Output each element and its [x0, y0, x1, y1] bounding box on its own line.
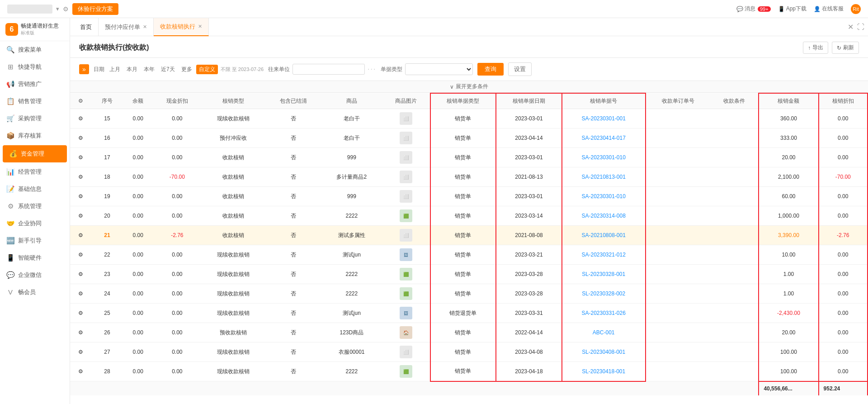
date-this-month[interactable]: 本月 — [124, 65, 140, 74]
date-more[interactable]: 更多 — [179, 65, 194, 74]
tab-home[interactable]: 首页 — [74, 18, 99, 36]
verify-bill-link[interactable]: SA-20230331-026 — [581, 310, 625, 316]
tab-close-collection[interactable]: ✕ — [198, 24, 202, 29]
row-settings[interactable]: ⚙ — [70, 284, 92, 304]
row-settings[interactable]: ⚙ — [70, 245, 92, 265]
sidebar-item-system[interactable]: ⚙系统管理 — [0, 198, 70, 215]
row-verify-bill-date: 2023-03-21 — [496, 245, 562, 265]
row-settings[interactable]: ⚙ — [70, 128, 92, 148]
verify-bill-link[interactable]: ABC-001 — [593, 329, 615, 336]
date-last7[interactable]: 近7天 — [159, 65, 177, 74]
row-settings[interactable]: ⚙ — [70, 109, 92, 128]
message-badge: 99+ — [758, 6, 771, 12]
product-img: 🟩 — [400, 287, 412, 300]
row-verify-bill-date: 2023-04-18 — [496, 362, 562, 381]
verify-bill-link[interactable]: SA-20230301-010 — [581, 193, 625, 200]
sidebar-item-basic[interactable]: 📝基础信息 — [0, 181, 70, 198]
totals-col-10 — [562, 381, 646, 395]
verify-bill-link[interactable]: SA-20210808-001 — [581, 232, 625, 238]
message-item[interactable]: 💬 消息 99+ — [736, 5, 771, 13]
counterpart-input[interactable] — [292, 64, 365, 75]
sidebar-item-purchase[interactable]: 🛒采购管理 — [0, 110, 70, 127]
row-receipt-order-no — [646, 304, 711, 323]
row-seq: 15 — [92, 109, 123, 128]
row-product-img: ⬜ — [382, 167, 430, 187]
row-settings[interactable]: ⚙ — [70, 362, 92, 381]
sidebar-item-business[interactable]: 📊经营管理 — [0, 163, 70, 181]
sidebar-item-marketing[interactable]: 📢营销推广 — [0, 76, 70, 93]
close-tab-btn[interactable]: ✕ — [848, 23, 854, 31]
row-settings[interactable]: ⚙ — [70, 148, 92, 167]
sidebar-item-sales[interactable]: 📋销售管理 — [0, 93, 70, 110]
table-container[interactable]: ⚙序号余额现金折扣核销类型包含已结清商品商品图片核销单据类型核销单据日期核销单据… — [70, 93, 868, 404]
sidebar-item-member[interactable]: V畅会员 — [0, 284, 70, 301]
row-receipt-condition — [711, 362, 759, 381]
row-receipt-order-no — [646, 342, 711, 362]
industry-btn[interactable]: 休验行业方案 — [72, 3, 118, 15]
main-layout: 6 畅捷通谱好生意 标准版 🔍搜索菜单⊞快捷导航📢营销推广📋销售管理🛒采购管理📦… — [0, 18, 868, 404]
sidebar-item-inventory[interactable]: 📦库存核算 — [0, 127, 70, 144]
sidebar-item-enterprise[interactable]: 🤝企业协同 — [0, 215, 70, 232]
row-settings[interactable]: ⚙ — [70, 265, 92, 284]
verify-bill-link[interactable]: SA-20230321-012 — [581, 252, 625, 258]
product-img: 🖼 — [400, 248, 412, 261]
verify-bill-link[interactable]: SA-20230301-010 — [581, 154, 625, 161]
sidebar-item-wechat[interactable]: 💬企业微信 — [0, 266, 70, 284]
row-cash-discount: 0.00 — [153, 323, 201, 342]
gear-icon[interactable]: ⚙ — [63, 5, 69, 13]
page-content: 收款核销执行(按收款) ↑ 导出 ↻ 刷新 » 日期 — [70, 36, 868, 404]
verify-bill-link[interactable]: SL-20230328-001 — [582, 271, 625, 277]
tab-close-prepay[interactable]: ✕ — [143, 24, 147, 30]
app-download-item[interactable]: 📱 App下载 — [778, 5, 807, 13]
query-btn[interactable]: 查询 — [477, 63, 504, 76]
verify-bill-link[interactable]: SA-20230314-008 — [581, 213, 625, 219]
app-label: App下载 — [786, 5, 807, 13]
row-settings[interactable]: ⚙ — [70, 342, 92, 362]
verify-bill-link[interactable]: SL-20230328-002 — [582, 290, 625, 297]
tab-prepay[interactable]: 预付冲应付单✕ — [99, 18, 154, 36]
verify-bill-link[interactable]: SA-20230414-017 — [581, 135, 625, 141]
date-this-year[interactable]: 本年 — [142, 65, 157, 74]
row-settings[interactable]: ⚙ — [70, 187, 92, 206]
row-product-img: ⬜ — [382, 148, 430, 167]
date-custom[interactable]: 自定义 — [196, 65, 218, 74]
online-service-item[interactable]: 👤 在线客服 — [814, 5, 844, 13]
row-verify-type: 现续收款核销 — [201, 265, 265, 284]
row-product-img: ⬜ — [382, 128, 430, 148]
user-avatar[interactable]: Rit — [851, 4, 861, 14]
date-last-month[interactable]: 上月 — [107, 65, 123, 74]
finance-icon: 💰 — [9, 150, 17, 158]
verify-bill-link[interactable]: SL-20230418-001 — [582, 368, 625, 375]
business-icon: 📊 — [6, 168, 14, 176]
row-settings[interactable]: ⚙ — [70, 304, 92, 323]
verify-bill-link[interactable]: SL-20230408-001 — [582, 349, 625, 355]
row-verify-bill-date: 2023-03-31 — [496, 304, 562, 323]
sidebar-item-finance[interactable]: 💰资金管理 — [3, 145, 67, 162]
sidebar-item-search[interactable]: 🔍搜索菜单 — [0, 41, 70, 58]
totals-col-8 — [430, 381, 496, 395]
filter-settings-btn[interactable]: 设置 — [508, 62, 532, 76]
company-selector[interactable] — [7, 5, 52, 14]
row-cash-discount: -70.00 — [153, 167, 201, 187]
row-included-settled: 否 — [265, 265, 321, 284]
expand-bar[interactable]: ∨ 展开更多条件 — [70, 81, 868, 93]
sidebar-item-hardware[interactable]: 📱智能硬件 — [0, 249, 70, 266]
row-cash-discount: 0.00 — [153, 245, 201, 265]
bill-type-select[interactable] — [405, 63, 473, 75]
row-verify-discount: 0.00 — [819, 304, 868, 323]
export-btn[interactable]: ↑ 导出 — [803, 42, 828, 54]
row-settings[interactable]: ⚙ — [70, 226, 92, 245]
row-product-img: 🖼 — [382, 304, 430, 323]
refresh-btn[interactable]: ↻ 刷新 — [832, 42, 859, 54]
maximize-tab-btn[interactable]: ⛶ — [857, 23, 864, 31]
sidebar-item-quicknav[interactable]: ⊞快捷导航 — [0, 58, 70, 76]
row-settings[interactable]: ⚙ — [70, 167, 92, 187]
tab-collection[interactable]: 收款核销执行✕ — [154, 18, 209, 36]
filter-toggle-btn[interactable]: » — [79, 64, 89, 74]
verify-bill-link[interactable]: SA-20210813-001 — [581, 174, 625, 180]
sidebar-item-newbie[interactable]: 🆕新手引导 — [0, 232, 70, 249]
row-settings[interactable]: ⚙ — [70, 323, 92, 342]
verify-bill-link[interactable]: SA-20230301-001 — [581, 115, 625, 122]
row-settings[interactable]: ⚙ — [70, 206, 92, 226]
table-row: ⚙170.000.00收款核销否999⬜销货单2023-03-01SA-2023… — [70, 148, 868, 167]
